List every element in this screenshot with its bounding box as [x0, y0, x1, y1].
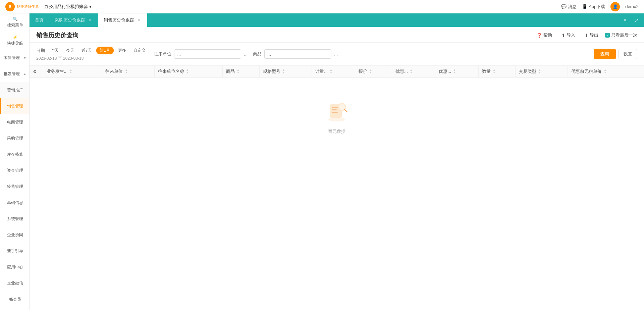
- message-label: 消息: [568, 4, 577, 10]
- sidebar-item-marketing[interactable]: 营销推广: [0, 82, 29, 98]
- date-filter-group: 日期 昨天 今天 近7天 近1月 更多 自定义 2023-02-18 至 202…: [36, 47, 149, 61]
- th-quote-label: 报价: [359, 68, 367, 74]
- expand-button[interactable]: ⤢: [632, 16, 640, 24]
- workspace-selector[interactable]: 办公用品行业模拟账套 ▾: [42, 2, 94, 11]
- th-unit[interactable]: 计量... ▲▼: [312, 66, 355, 78]
- sort-icon: ▲▼: [369, 69, 372, 74]
- sidebar-item-finance[interactable]: 资金管理: [0, 162, 29, 178]
- th-trade-type[interactable]: 交易类型 ▲▼: [515, 66, 568, 78]
- page-header-actions: ❓ 帮助 ⬆ 导入 ⬇ 导出 ✓ 只看最后一次: [534, 31, 637, 40]
- sidebar-item-corp-agreement[interactable]: 企业协同: [0, 227, 29, 243]
- th-discount1[interactable]: 优惠... ▲▼: [392, 66, 435, 78]
- th-discount2[interactable]: 优惠... ▲▼: [435, 66, 479, 78]
- th-quantity[interactable]: 数量 ▲▼: [479, 66, 516, 78]
- date-btn-custom[interactable]: 自定义: [130, 47, 149, 54]
- date-options-group: 日期 昨天 今天 近7天 近1月 更多 自定义: [36, 47, 149, 54]
- sidebar-item-membership[interactable]: 畅会员: [0, 291, 29, 307]
- sidebar-item-label: 采购管理: [7, 136, 23, 141]
- date-btn-yesterday[interactable]: 昨天: [48, 47, 62, 54]
- tab-purchase-history[interactable]: 采购历史价跟踪 ×: [49, 13, 98, 27]
- tab-purchase-history-close[interactable]: ×: [87, 17, 93, 23]
- tab-sales-history[interactable]: 销售历史价跟踪 ×: [98, 13, 147, 27]
- sidebar-item-label: 新手引导: [7, 248, 23, 254]
- sidebar-item-guide[interactable]: 新手引导: [0, 243, 29, 259]
- sidebar-item-ops-mgmt[interactable]: 经营管理: [0, 178, 29, 195]
- tab-home[interactable]: 首页: [30, 13, 49, 27]
- th-partner-code[interactable]: 往来单位 ▲▼: [102, 66, 154, 78]
- sidebar-item-label: 电商管理: [7, 119, 23, 125]
- filter-actions: 查询 设置: [594, 49, 637, 59]
- sidebar-item-retail-mgmt[interactable]: 零售管理 ▼: [0, 50, 29, 66]
- user-name[interactable]: demo2: [625, 4, 639, 9]
- only-last-checkbox[interactable]: ✓: [605, 33, 610, 38]
- sidebar-item-inventory[interactable]: 库存核算: [0, 146, 29, 162]
- help-button[interactable]: ❓ 帮助: [534, 31, 555, 40]
- sort-icon: ▲▼: [410, 69, 413, 74]
- avatar[interactable]: 👤: [610, 2, 620, 11]
- empty-state: 暂元数据: [30, 78, 644, 155]
- export-icon: ⬇: [585, 33, 588, 38]
- th-business-date[interactable]: 业务发生... ▲▼: [43, 66, 102, 78]
- sidebar-item-ecom-mgmt[interactable]: 电商管理: [0, 114, 29, 130]
- th-partner-code-label: 往来单位: [105, 68, 123, 74]
- th-partner-name[interactable]: 往来单位名称 ▲▼: [154, 66, 222, 78]
- sidebar-item-label: 营销推广: [7, 87, 23, 93]
- close-all-button[interactable]: ×: [621, 16, 629, 24]
- th-goods[interactable]: 商品 ▲▼: [223, 66, 260, 78]
- date-btn-today[interactable]: 今天: [63, 47, 77, 54]
- partner-filter-group: 往来单位 ...: [154, 49, 248, 59]
- setting-button[interactable]: 设置: [619, 49, 637, 59]
- chevron-up-icon: ▲: [23, 72, 26, 76]
- partner-input[interactable]: [174, 49, 241, 59]
- sidebar-item-wholesale-mgmt[interactable]: 批发管理 ▲: [0, 66, 29, 82]
- table-container: ⚙ 业务发生... ▲▼ 往来单位: [30, 66, 644, 310]
- th-settings[interactable]: ⚙: [30, 66, 43, 78]
- sidebar-item-sales-mgmt[interactable]: 销售管理: [0, 98, 29, 114]
- sort-icon: ▲▼: [69, 69, 72, 74]
- sidebar-item-basic-info[interactable]: 基础信息: [0, 195, 29, 211]
- app-download-action[interactable]: 📱 App下载: [582, 4, 605, 10]
- import-button[interactable]: ⬆ 导入: [559, 31, 578, 40]
- th-quote[interactable]: 报价 ▲▼: [355, 66, 392, 78]
- goods-dots-button[interactable]: ...: [334, 52, 338, 57]
- th-quantity-label: 数量: [482, 68, 491, 74]
- sidebar-item-app-center[interactable]: 应用中心: [0, 259, 29, 275]
- sort-icon: ▲▼: [493, 69, 495, 74]
- query-button[interactable]: 查询: [594, 49, 616, 59]
- date-btn-more[interactable]: 更多: [115, 47, 129, 54]
- only-last-checkbox-group: ✓ 只看最后一次: [605, 32, 637, 38]
- message-icon: 💬: [561, 4, 567, 9]
- sidebar-item-purchase-mgmt[interactable]: 采购管理: [0, 130, 29, 146]
- logo-area: 6 畅捷通好生意: [5, 2, 39, 11]
- goods-input[interactable]: [264, 49, 331, 59]
- sidebar-item-system-mgmt[interactable]: 系统管理: [0, 211, 29, 227]
- date-btn-last7[interactable]: 近7天: [78, 47, 95, 54]
- sort-icon: ▲▼: [282, 69, 285, 74]
- workspace-name: 办公用品行业模拟账套: [44, 4, 88, 10]
- main-layout: 🔍 搜索菜单 ⚡ 快捷导航 零售管理 ▼ 批发管理 ▲ 营销推广 销售管理 电商…: [0, 13, 644, 310]
- svg-rect-3: [332, 109, 337, 110]
- empty-icon: [323, 98, 350, 124]
- tab-sales-history-close[interactable]: ×: [136, 17, 142, 23]
- partner-dots-button[interactable]: ...: [244, 52, 248, 57]
- tab-purchase-history-label: 采购历史价跟踪: [55, 17, 85, 23]
- th-pretax-price-label: 优惠前无税单价: [571, 68, 602, 74]
- th-spec[interactable]: 规格型号 ▲▼: [259, 66, 312, 78]
- th-pretax-price[interactable]: 优惠前无税单价 ▲▼: [568, 66, 644, 78]
- message-action[interactable]: 💬 消息: [561, 4, 577, 10]
- sidebar-item-label: 销售管理: [7, 103, 23, 109]
- chevron-down-icon: ▼: [23, 56, 26, 60]
- date-btn-last1m[interactable]: 近1月: [96, 47, 114, 54]
- sidebar-item-quick-nav[interactable]: ⚡ 快捷导航: [0, 32, 29, 50]
- sidebar-item-label: 企业协同: [7, 232, 23, 238]
- sidebar-item-corp-wechat[interactable]: 企业微信: [0, 275, 29, 291]
- search-icon: 🔍: [13, 17, 18, 21]
- sidebar-item-search-menu[interactable]: 🔍 搜索菜单: [0, 13, 29, 32]
- sidebar-item-label: 经营管理: [7, 184, 23, 190]
- tab-bar: 首页 采购历史价跟踪 × 销售历史价跟踪 × × ⤢: [30, 13, 644, 27]
- svg-rect-2: [332, 107, 338, 108]
- sidebar-item-label: 畅会员: [9, 297, 21, 302]
- th-discount2-label: 优惠...: [439, 68, 451, 74]
- export-button[interactable]: ⬇ 导出: [582, 31, 601, 40]
- only-last-label: 只看最后一次: [611, 32, 637, 38]
